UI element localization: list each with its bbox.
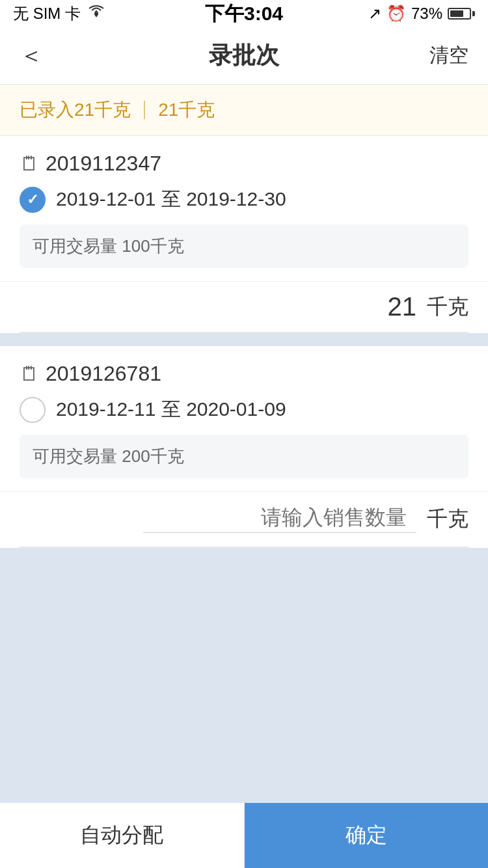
batch-1-header: 🗒 2019112347 (0, 136, 488, 181)
quantity-input-wrapper[interactable] (143, 506, 416, 533)
batch-1-date: 2019-12-01 至 2019-12-30 (56, 186, 286, 213)
back-button[interactable]: ＜ (20, 40, 59, 72)
nav-bar: ＜ 录批次 清空 (0, 27, 488, 85)
batch-1-amount-row: 21 千克 (0, 281, 488, 332)
batch-2-date-row[interactable]: 2019-12-11 至 2020-01-09 (0, 391, 488, 428)
batch-2-input-row: 千克 (0, 491, 488, 547)
batch-1-date-row[interactable]: ✓ 2019-12-01 至 2019-12-30 (0, 181, 488, 218)
batch-card-1: 🗒 2019112347 ✓ 2019-12-01 至 2019-12-30 可… (0, 136, 488, 333)
batch-2-id: 2019126781 (46, 362, 161, 386)
page-title: 录批次 (209, 40, 279, 72)
battery-percent: 73% (411, 5, 442, 23)
summary-value: 21千克 (158, 98, 215, 122)
bottom-bar: 自动分配 确定 (0, 803, 488, 868)
status-right: ↗ ⏰ 73% (368, 5, 475, 23)
batch-2-available: 可用交易量 200千克 (20, 435, 468, 478)
wifi-icon (87, 5, 105, 23)
check-icon-1: ✓ (27, 191, 38, 208)
status-time: 下午3:04 (205, 1, 283, 27)
clear-button[interactable]: 清空 (429, 42, 468, 69)
summary-label: 已录入21千克 (20, 98, 131, 122)
location-icon: ↗ (368, 5, 381, 23)
section-separator (0, 333, 488, 346)
no-sim-text: 无 SIM 卡 (13, 3, 81, 24)
auto-distribute-button[interactable]: 自动分配 (0, 803, 245, 868)
batch-1-id: 2019112347 (46, 152, 161, 176)
quantity-input[interactable] (156, 506, 416, 530)
batch-2-radio[interactable] (20, 397, 46, 423)
confirm-button[interactable]: 确定 (245, 803, 489, 868)
batch-2-unit: 千克 (427, 505, 468, 534)
batch-2-date: 2019-12-11 至 2020-01-09 (56, 396, 286, 423)
battery-indicator (448, 8, 475, 20)
alarm-icon: ⏰ (386, 5, 406, 23)
batch-2-header: 🗒 2019126781 (0, 346, 488, 391)
batch-1-amount-value: 21 (388, 292, 417, 321)
batch-id-icon-1: 🗒 (20, 153, 39, 175)
summary-divider (144, 101, 145, 119)
status-bar: 无 SIM 卡 下午3:04 ↗ ⏰ 73% (0, 0, 488, 27)
empty-area (0, 548, 488, 808)
summary-banner: 已录入21千克 21千克 (0, 85, 488, 136)
status-left: 无 SIM 卡 (13, 3, 105, 24)
batch-id-icon-2: 🗒 (20, 363, 39, 385)
batch-1-radio[interactable]: ✓ (20, 187, 46, 213)
batch-1-available: 可用交易量 100千克 (20, 224, 468, 268)
batch-card-2: 🗒 2019126781 2019-12-11 至 2020-01-09 可用交… (0, 346, 488, 548)
batch-1-amount-unit: 千克 (427, 293, 468, 321)
